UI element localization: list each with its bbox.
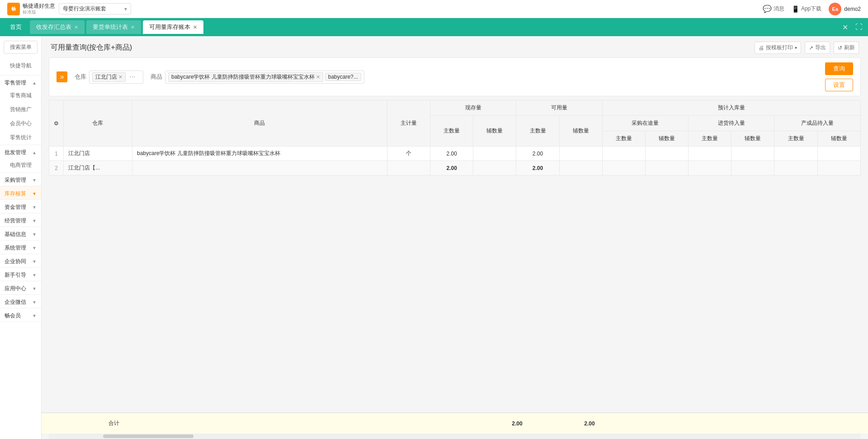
template-label: 标准版 <box>23 9 55 15</box>
app-download-btn[interactable]: 📱 App下载 <box>792 5 821 13</box>
sidebar-item-member-center[interactable]: 会员中心 <box>0 117 41 131</box>
filter-expand-btn[interactable]: » <box>57 71 67 82</box>
chevron-down-icon-finance: ▼ <box>32 205 37 210</box>
th-pt-aux: 辅数量 <box>645 131 688 146</box>
th-purchase-pending-group: 进货待入量 <box>689 116 774 131</box>
th-available-main: 主数量 <box>516 116 559 146</box>
warehouse-tag-1: 江北门店 ✕ <box>92 72 126 82</box>
sidebar-section-system: 系统管理 ▼ <box>0 241 41 254</box>
sidebar-item-quick-nav[interactable]: 快捷导航 <box>0 58 41 73</box>
tab-close-order[interactable]: ✕ <box>131 24 135 30</box>
settings-icon[interactable]: ⚙ <box>54 120 59 127</box>
table-row: 1 江北门店 babycare学饮杯 儿童防摔防撞吸管杯重力球吸嘴杯宝宝水杯 个… <box>49 146 861 161</box>
row-2-warehouse: 江北门店【... <box>64 161 132 175</box>
sidebar-section-basic-title[interactable]: 基础信息 ▼ <box>0 227 41 240</box>
sidebar-section-basic: 基础信息 ▼ <box>0 227 41 241</box>
tab-bar: 首页 收发存汇总表 ✕ 要货单统计表 ✕ 可用量库存账本 ✕ ✕ ⛶ <box>0 18 868 36</box>
row-2-avail-aux <box>559 161 602 175</box>
tab-available-stock[interactable]: 可用量库存账本 ✕ <box>143 20 203 34</box>
warehouse-tag-close[interactable]: ✕ <box>118 74 123 80</box>
filter-bar: » 仓库 江北门店 ✕ ··· 商品 babycare学饮杯 儿童防摔防撞吸管杯… <box>49 57 861 96</box>
close-tab-btn[interactable]: ✕ <box>840 21 850 33</box>
sidebar-section-member: 畅会员 ▼ <box>0 308 41 322</box>
search-menu-btn[interactable]: 搜索菜单 <box>4 41 38 54</box>
chevron-down-icon-sys: ▼ <box>32 245 37 250</box>
tab-bar-actions: ✕ ⛶ <box>840 21 864 33</box>
tab-receive-summary[interactable]: 收发存汇总表 ✕ <box>30 20 85 34</box>
sidebar-section-operations-title[interactable]: 经营管理 ▼ <box>0 213 41 227</box>
sidebar-section-retail-title[interactable]: 零售管理 ▲ <box>0 76 41 89</box>
sidebar-section-finance-title[interactable]: 资金管理 ▼ <box>0 200 41 213</box>
tab-close-receive[interactable]: ✕ <box>74 24 78 30</box>
sidebar-item-retail-stats[interactable]: 零售统计 <box>0 131 41 145</box>
product-filter-input[interactable]: babycare学饮杯 儿童防摔防撞吸管杯重力球吸嘴杯宝宝水杯 ✕ babyca… <box>165 71 364 84</box>
th-prod-aux: 辅数量 <box>817 131 860 146</box>
table-area: ⚙ 仓库 商品 主计量 现存量 可用量 预计入库量 主数量 辅数量 主数量 辅数… <box>42 100 868 412</box>
chevron-up-icon-2: ▲ <box>32 150 37 155</box>
row-2-num: 2 <box>49 161 64 175</box>
row-2-pp-main <box>689 161 731 175</box>
tab-order-stats[interactable]: 要货单统计表 ✕ <box>86 20 141 34</box>
chevron-down-icon-basic: ▼ <box>32 232 37 237</box>
tab-home[interactable]: 首页 <box>4 20 28 34</box>
warehouse-filter-label: 仓库 <box>75 73 86 81</box>
sidebar-section-purchase-title[interactable]: 采购管理 ▼ <box>0 173 41 186</box>
refresh-btn[interactable]: ↺ 刷新 <box>834 42 859 54</box>
sidebar-item-marketing[interactable]: 营销推广 <box>0 103 41 117</box>
sidebar-section-operations: 经营管理 ▼ <box>0 213 41 227</box>
scroll-thumb[interactable] <box>103 434 193 438</box>
row-2-pp-aux <box>731 161 774 175</box>
filter-warehouse-more[interactable]: ··· <box>127 73 137 81</box>
sidebar-section-wechat-title[interactable]: 企业微信 ▼ <box>0 295 41 308</box>
export-btn[interactable]: ↗ 导出 <box>805 42 830 54</box>
chevron-down-icon-purchase: ▼ <box>32 178 37 183</box>
sidebar-section-purchase: 采购管理 ▼ <box>0 173 41 186</box>
sidebar-section-guide: 新手引导 ▼ <box>0 268 41 281</box>
logo-icon: 畅 <box>7 3 20 15</box>
sidebar-section-collab: 企业协同 ▼ <box>0 254 41 268</box>
message-btn[interactable]: 💬 消息 <box>763 5 784 13</box>
warehouse-filter-input[interactable]: 江北门店 ✕ ··· <box>89 71 143 84</box>
footer-avail-main: 2.00 <box>571 417 608 430</box>
row-1-avail-aux <box>559 146 602 161</box>
warehouse-filter-field: 仓库 江北门店 ✕ ··· <box>75 71 143 84</box>
th-settings[interactable]: ⚙ <box>49 100 64 146</box>
row-1-warehouse: 江北门店 <box>64 146 132 161</box>
sidebar-item-retail-mall[interactable]: 零售商城 <box>0 89 41 103</box>
th-purchase-transit-group: 采购在途量 <box>602 116 688 131</box>
sidebar-section-inventory: 库存核算 ▼ <box>0 186 41 200</box>
table-footer: 合计 2.00 2.00 <box>42 412 868 434</box>
th-pp-main: 主数量 <box>689 131 731 146</box>
sidebar-section-system-title[interactable]: 系统管理 ▼ <box>0 241 41 254</box>
sidebar-section-inventory-title[interactable]: 库存核算 ▼ <box>0 186 41 199</box>
row-1-pt-main <box>602 146 645 161</box>
print-btn[interactable]: 🖨 按模板打印 ▾ <box>755 42 801 54</box>
sidebar-section-apps-title[interactable]: 应用中心 ▼ <box>0 281 41 294</box>
horizontal-scrollbar[interactable] <box>49 434 861 439</box>
chevron-down-icon-wechat: ▼ <box>32 300 37 305</box>
sidebar-section-wholesale-title[interactable]: 批发管理 ▲ <box>0 145 41 158</box>
footer-current-aux <box>535 417 571 430</box>
print-icon: 🖨 <box>759 45 764 51</box>
sidebar-item-ecommerce[interactable]: 电商管理 <box>0 158 41 172</box>
top-bar: 畅 畅捷通好生意 标准版 母婴行业演示账套 ▾ 💬 消息 📱 App下载 Ea … <box>0 0 868 18</box>
content-area: 可用量查询(按仓库+商品) 🖨 按模板打印 ▾ ↗ 导出 ↺ 刷新 » <box>42 36 868 439</box>
row-2-avail-main: 2.00 <box>516 161 559 175</box>
product-tag-1: babycare学饮杯 儿童防摔防撞吸管杯重力球吸嘴杯宝宝水杯 ✕ <box>168 72 323 82</box>
product-tag-2: babycare?... <box>325 73 361 81</box>
sidebar-section-member-title[interactable]: 畅会员 ▼ <box>0 308 41 321</box>
chevron-up-icon: ▲ <box>32 80 37 85</box>
top-bar-right: 💬 消息 📱 App下载 Ea demo2 <box>763 3 861 15</box>
main-layout: 搜索菜单 快捷导航 零售管理 ▲ 零售商城 营销推广 会员中心 零售统计 批发管… <box>0 36 868 439</box>
sidebar-section-retail: 零售管理 ▲ 零售商城 营销推广 会员中心 零售统计 <box>0 76 41 145</box>
top-bar-left: 畅 畅捷通好生意 标准版 母婴行业演示账套 ▾ <box>7 3 131 15</box>
tab-close-available[interactable]: ✕ <box>193 24 197 30</box>
warehouse-selector[interactable]: 母婴行业演示账套 ▾ <box>59 3 131 14</box>
setting-button[interactable]: 设置 <box>825 79 853 91</box>
query-button[interactable]: 查询 <box>825 62 853 75</box>
product-tag-close-1[interactable]: ✕ <box>316 74 320 80</box>
th-current-main: 主数量 <box>430 116 473 146</box>
sidebar-section-collab-title[interactable]: 企业协同 ▼ <box>0 254 41 267</box>
sidebar-section-guide-title[interactable]: 新手引导 ▼ <box>0 268 41 281</box>
fullscreen-btn[interactable]: ⛶ <box>854 21 864 33</box>
